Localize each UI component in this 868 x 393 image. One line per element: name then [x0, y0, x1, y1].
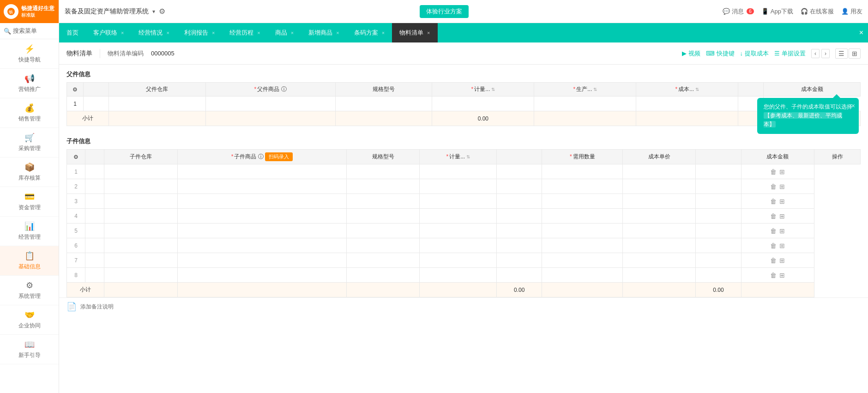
- child-row1-spec[interactable]: [177, 164, 346, 179]
- tab-new-goods[interactable]: 新增商品 ×: [301, 23, 346, 42]
- child-th-unit-price: 成本单价: [623, 150, 696, 164]
- child-row1-unit[interactable]: [347, 164, 420, 179]
- parent-row1-production[interactable]: [432, 97, 534, 111]
- parent-th-unit[interactable]: *计量...: [432, 83, 534, 97]
- online-service-item[interactable]: 🎧 在线客服: [801, 7, 834, 16]
- system-dropdown[interactable]: ▾: [152, 8, 155, 15]
- parent-row1-unit[interactable]: [335, 97, 432, 111]
- sidebar-item-system[interactable]: ⚙ 系统管理: [0, 276, 59, 305]
- delete-row1-icon[interactable]: 🗑: [770, 168, 777, 175]
- delete-row7-icon[interactable]: 🗑: [770, 257, 777, 264]
- tab-close-profit[interactable]: ×: [212, 30, 215, 36]
- parent-row1-warehouse[interactable]: [84, 97, 109, 111]
- headset-icon: 🎧: [801, 8, 808, 15]
- sidebar-item-operations[interactable]: 📊 经营管理: [0, 217, 59, 246]
- sidebar-item-inventory[interactable]: 📦 库存核算: [0, 157, 59, 187]
- tab-customer[interactable]: 客户联络 ×: [86, 23, 131, 42]
- child-row1-extra: [420, 164, 497, 179]
- copy-row4-icon[interactable]: ⊞: [779, 212, 785, 220]
- copy-row3-icon[interactable]: ⊞: [779, 198, 785, 205]
- extract-cost-action[interactable]: ↓ 提取成本: [740, 49, 769, 58]
- tab-home[interactable]: 首页: [59, 23, 86, 42]
- tab-close-new-goods[interactable]: ×: [336, 30, 339, 36]
- copy-row2-icon[interactable]: ⊞: [779, 183, 785, 190]
- sidebar-item-marketing[interactable]: 📢 营销推广: [0, 69, 59, 98]
- close-all-tabs[interactable]: ×: [855, 23, 868, 42]
- tab-goods[interactable]: 商品 ×: [268, 23, 301, 42]
- delete-row6-icon[interactable]: 🗑: [770, 242, 777, 249]
- child-row2-spec[interactable]: [177, 179, 346, 194]
- view-video-action[interactable]: ▶ 视频: [682, 49, 700, 58]
- tab-close-bom[interactable]: ×: [427, 30, 430, 36]
- next-page-btn[interactable]: ›: [821, 49, 830, 58]
- child-row2-unit[interactable]: [347, 179, 420, 194]
- settings-gear-icon[interactable]: ⚙: [159, 7, 165, 16]
- parent-th-settings[interactable]: ⚙: [67, 83, 84, 97]
- parent-th-cost[interactable]: *成本...: [636, 83, 738, 97]
- delete-row5-icon[interactable]: 🗑: [770, 227, 777, 235]
- child-th-unit[interactable]: *计量...: [420, 150, 497, 164]
- shortcut-action[interactable]: ⌨ 快捷键: [706, 49, 735, 58]
- parent-th-production[interactable]: *生产...: [534, 83, 636, 97]
- copy-row7-icon[interactable]: ⊞: [779, 257, 785, 264]
- list-view-btn[interactable]: ☰: [835, 48, 848, 59]
- parent-th-extra: [738, 83, 764, 97]
- child-row2-warehouse[interactable]: [85, 179, 104, 194]
- tab-close-history[interactable]: ×: [257, 30, 260, 36]
- parent-row1-spec[interactable]: [205, 97, 335, 111]
- child-row-6: 6 🗑 ⊞: [67, 238, 861, 253]
- sidebar-item-finance[interactable]: 💳 资金管理: [0, 187, 59, 217]
- search-menu-item[interactable]: 🔍 搜索菜单: [0, 23, 59, 39]
- single-settings-action[interactable]: ☰ 单据设置: [774, 49, 806, 58]
- copy-row5-icon[interactable]: ⊞: [779, 227, 785, 235]
- scan-input-btn[interactable]: 扫码录入: [265, 152, 293, 161]
- copy-row6-icon[interactable]: ⊞: [779, 242, 785, 249]
- parent-row1-goods[interactable]: [108, 97, 205, 111]
- tooltip-close-btn[interactable]: ×: [851, 101, 855, 111]
- sidebar-item-guide[interactable]: 📖 新手引导: [0, 335, 59, 364]
- child-row1-goods[interactable]: [104, 164, 177, 179]
- delete-row2-icon[interactable]: 🗑: [770, 183, 777, 190]
- page-header-bar: 物料清单 物料清单编码 0000005 ▶ 视频 ⌨ 快捷键 ↓ 提取成本: [59, 42, 868, 65]
- nav-tabs: 首页 客户联络 × 经营情况 × 利润报告 × 经营历程 × 商品 × 新增商品…: [59, 23, 868, 42]
- parent-table: ⚙ 父件仓库 *父件商品 ⓘ 规格型号 *计量... *生产... *成本...…: [66, 82, 861, 126]
- tab-operations-status[interactable]: 经营情况 ×: [131, 23, 176, 42]
- experience-btn[interactable]: 体验行业方案: [420, 5, 469, 18]
- child-row1-warehouse[interactable]: [85, 164, 104, 179]
- child-row2-qty[interactable]: [497, 179, 542, 194]
- copy-row8-icon[interactable]: ⊞: [779, 272, 785, 279]
- delete-row4-icon[interactable]: 🗑: [770, 212, 777, 220]
- marketing-icon: 📢: [24, 73, 35, 84]
- child-row2-goods[interactable]: [104, 179, 177, 194]
- tab-close-customer[interactable]: ×: [121, 30, 124, 36]
- single-settings-icon: ☰: [774, 50, 780, 57]
- sidebar-item-sales[interactable]: 💰 销售管理: [0, 98, 59, 128]
- tab-profit[interactable]: 利润报告 ×: [177, 23, 222, 42]
- copy-row1-icon[interactable]: ⊞: [779, 168, 785, 175]
- app-download-item[interactable]: 📱 App下载: [761, 7, 793, 16]
- child-th-settings[interactable]: ⚙: [67, 150, 85, 164]
- message-item[interactable]: 💬 消息 6: [723, 7, 754, 16]
- sidebar-item-purchase[interactable]: 🛒 采购管理: [0, 128, 59, 157]
- delete-row8-icon[interactable]: 🗑: [770, 272, 777, 279]
- tab-close-operations[interactable]: ×: [166, 30, 169, 36]
- sidebar-item-quick-nav[interactable]: ⚡ 快捷导航: [0, 39, 59, 69]
- sidebar-item-enterprise[interactable]: 🤝 企业协同: [0, 305, 59, 335]
- child-row5-num: 5: [67, 224, 85, 238]
- tab-barcode[interactable]: 条码方案 ×: [347, 23, 392, 42]
- child-row1-unit-price[interactable]: [542, 164, 623, 179]
- user-item[interactable]: 👤 用友: [841, 7, 862, 16]
- child-row2-unit-price[interactable]: [542, 179, 623, 194]
- prev-page-btn[interactable]: ‹: [811, 49, 820, 58]
- tab-bom[interactable]: 物料清单 ×: [392, 23, 437, 42]
- tab-close-goods[interactable]: ×: [291, 30, 294, 36]
- tab-close-barcode[interactable]: ×: [382, 30, 385, 36]
- tab-history[interactable]: 经营历程 ×: [222, 23, 267, 42]
- child-row1-qty[interactable]: [497, 164, 542, 179]
- grid-view-btn[interactable]: ⊞: [849, 48, 861, 59]
- delete-row3-icon[interactable]: 🗑: [770, 198, 777, 205]
- parent-row1-cost[interactable]: [534, 97, 636, 111]
- child-row1-num: 1: [67, 164, 85, 179]
- quick-nav-icon: ⚡: [24, 44, 35, 54]
- sidebar-item-basic-info[interactable]: 📋 基础信息: [0, 246, 59, 276]
